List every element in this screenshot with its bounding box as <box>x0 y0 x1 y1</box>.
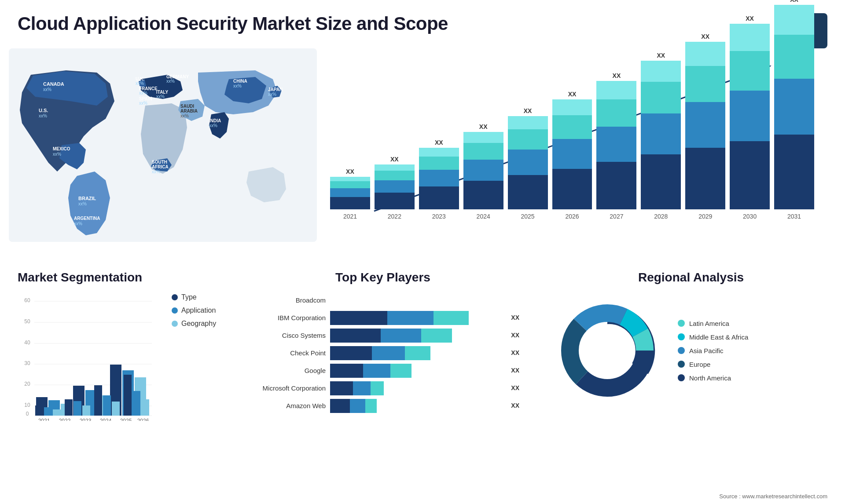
svg-rect-62 <box>141 399 149 416</box>
player-name-google: Google <box>246 367 326 374</box>
player-checkpoint: Check Point XX <box>246 346 519 359</box>
china-label: CHINA <box>233 79 247 84</box>
apac-dot <box>678 347 685 354</box>
player-bar-broadcom <box>330 293 519 307</box>
safrica-label: SOUTH <box>152 160 167 164</box>
player-name-broadcom: Broadcom <box>246 296 326 304</box>
legend-type: Type <box>172 293 216 301</box>
svg-text:xx%: xx% <box>152 169 160 174</box>
bar-2025: XX 2025 <box>508 107 548 220</box>
svg-rect-57 <box>103 395 111 416</box>
svg-text:xx%: xx% <box>139 101 147 106</box>
svg-rect-60 <box>124 375 132 416</box>
bars-container: XX 2021 XX 2022 <box>326 53 819 220</box>
legend-application: Application <box>172 307 216 314</box>
svg-text:xx%: xx% <box>209 123 217 128</box>
svg-rect-50 <box>35 405 43 416</box>
svg-rect-51 <box>44 407 52 416</box>
bar-2026: XX 2026 <box>552 91 592 220</box>
bar-2029: XX 2029 <box>685 33 725 220</box>
player-bar-checkpoint <box>330 346 503 359</box>
svg-rect-53 <box>65 399 73 416</box>
brazil-label: BRAZIL <box>78 196 96 201</box>
player-bar-cisco <box>330 329 503 342</box>
mexico-label: MEXICO <box>53 146 70 151</box>
svg-text:ARABIA: ARABIA <box>180 109 198 113</box>
type-dot <box>172 294 178 300</box>
na-dot <box>678 374 685 381</box>
japan-label: JAPAN <box>268 87 283 92</box>
donut-hole <box>583 326 632 375</box>
svg-text:xx%: xx% <box>156 94 165 99</box>
player-name-cisco: Cisco Systems <box>246 332 326 339</box>
player-name-ibm: IBM Corporation <box>246 314 326 321</box>
legend-mea: Middle East & Africa <box>678 333 748 341</box>
svg-text:xx%: xx% <box>180 113 189 118</box>
player-amazon: Amazon Web XX <box>246 399 519 412</box>
seg-title: Market Segmentation <box>18 270 211 285</box>
svg-rect-56 <box>94 385 102 416</box>
application-dot <box>172 307 178 314</box>
bar-chart-section: XX 2021 XX 2022 <box>317 44 827 255</box>
legend-latin-america: Latin America <box>678 320 748 327</box>
europe-dot <box>678 361 685 368</box>
player-microsoft: Microsoft Corporation XX <box>246 381 519 394</box>
player-cisco: Cisco Systems XX <box>246 329 519 342</box>
svg-rect-55 <box>82 405 90 416</box>
geography-dot <box>172 321 178 327</box>
player-bar-amazon <box>330 399 503 412</box>
legend-geography: Geography <box>172 320 216 328</box>
player-name-microsoft: Microsoft Corporation <box>246 384 326 392</box>
bar-2031: XX 2031 <box>774 0 814 220</box>
svg-text:xx%: xx% <box>233 84 242 88</box>
svg-text:xx%: xx% <box>74 221 82 226</box>
donut-svg <box>550 293 665 408</box>
svg-text:xx%: xx% <box>43 87 51 92</box>
seg-legend: Type Application Geography <box>172 293 216 328</box>
legend-apac: Asia Pacific <box>678 347 748 354</box>
svg-text:xx%: xx% <box>268 92 276 97</box>
player-name-amazon: Amazon Web <box>246 402 326 409</box>
regional-content: Latin America Middle East & Africa Asia … <box>550 293 832 408</box>
bar-2024: XX 2024 <box>463 123 503 220</box>
svg-text:xx%: xx% <box>53 152 61 157</box>
source-footer: Source : www.marketresearchintellect.com <box>719 493 827 500</box>
legend-north-america: North America <box>678 374 748 382</box>
market-segmentation: Market Segmentation 60 50 40 30 20 10 0 <box>0 262 229 504</box>
bar-2030: XX 2030 <box>730 15 770 220</box>
svg-text:xx%: xx% <box>166 79 175 84</box>
svg-rect-52 <box>53 409 61 416</box>
key-players-section: Top Key Players Broadcom IBM Corporation… <box>229 262 537 504</box>
bar-2027: XX 2027 <box>596 72 636 220</box>
seg-bars-overlay <box>18 293 154 421</box>
player-bar-google <box>330 364 503 377</box>
regional-analysis: Regional Analysis <box>537 262 845 504</box>
legend-europe: Europe <box>678 361 748 368</box>
regional-title: Regional Analysis <box>550 270 832 285</box>
bar-2021: XX 2021 <box>330 168 370 220</box>
bottom-section: Market Segmentation 60 50 40 30 20 10 0 <box>0 262 845 504</box>
page-title: Cloud Application Security Market Size a… <box>18 13 448 34</box>
player-ibm: IBM Corporation XX <box>246 311 519 324</box>
world-map: CANADA xx% U.S. xx% MEXICO xx% BRAZIL xx… <box>9 48 317 242</box>
bar-2022: XX 2022 <box>375 156 415 220</box>
bar-2028: XX 2028 <box>641 52 681 220</box>
canada-label: CANADA <box>43 81 64 87</box>
svg-text:xx%: xx% <box>139 91 147 95</box>
donut-chart <box>550 293 665 408</box>
player-google: Google XX <box>246 364 519 377</box>
us-label: U.S. <box>39 108 48 113</box>
svg-rect-58 <box>112 402 120 416</box>
argentina-label: ARGENTINA <box>74 216 100 221</box>
player-name-checkpoint: Check Point <box>246 349 326 357</box>
player-bar-ibm <box>330 311 503 324</box>
saudi-label: SAUDI <box>180 104 194 109</box>
latam-dot <box>678 320 685 327</box>
bar-2023: XX 2023 <box>419 139 459 220</box>
player-bar-microsoft <box>330 381 503 394</box>
map-section: CANADA xx% U.S. xx% MEXICO xx% BRAZIL xx… <box>9 48 317 246</box>
regional-legend: Latin America Middle East & Africa Asia … <box>678 320 748 382</box>
svg-text:AFRICA: AFRICA <box>152 164 169 169</box>
svg-rect-61 <box>132 391 140 416</box>
players-title: Top Key Players <box>246 270 519 285</box>
